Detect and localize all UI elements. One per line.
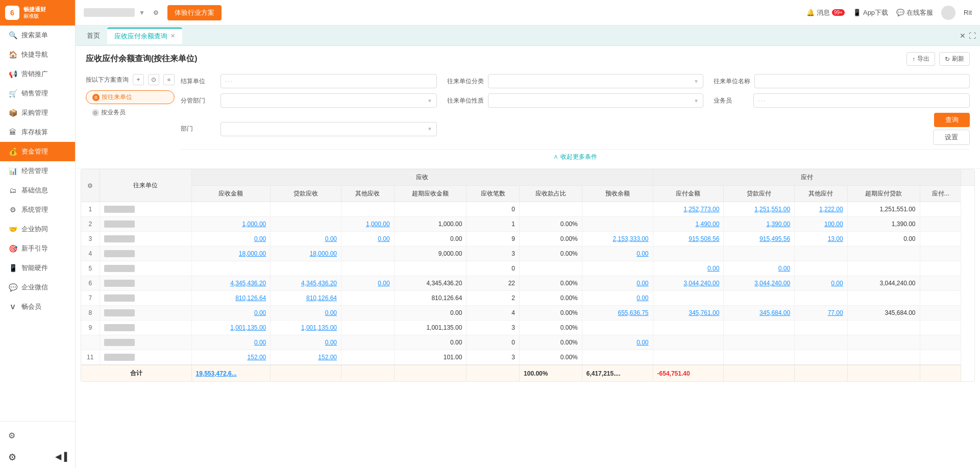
user-avatar[interactable]	[941, 6, 955, 20]
content-area: 应收应付余额查询(按往来单位) ↑ 导出 ↻ 刷新 按以下方案查询	[76, 46, 980, 468]
cell-partner	[100, 306, 191, 321]
cell-rec-ratio: 0.00%	[520, 335, 582, 350]
wechat-icon: 💬	[8, 283, 17, 292]
sidebar-collapse-btn[interactable]: ◀▐	[55, 452, 67, 463]
sidebar-item-system[interactable]: ⚙ 系统管理	[0, 200, 75, 219]
online-service-btn[interactable]: 💬 在线客服	[896, 8, 933, 17]
th-loan-pay: 贷款应付	[724, 186, 795, 202]
sidebar-item-inventory[interactable]: 🏛 库存核算	[0, 122, 75, 142]
cell-other-pay: 1,222.00	[795, 202, 848, 217]
th-extra	[961, 169, 974, 186]
company-name: 公司名称	[84, 8, 135, 17]
collapse-bar[interactable]: ∧ 收起更多条件	[181, 149, 970, 164]
download-icon: 📱	[853, 9, 861, 16]
purchase-icon: 📦	[8, 108, 17, 117]
sidebar-settings-btn[interactable]: ⚙	[8, 452, 16, 463]
app-download-btn[interactable]: 📱 App下载	[853, 8, 888, 17]
cell-loan-pay	[724, 291, 795, 306]
sidebar-item-finance[interactable]: 💰 资金管理	[0, 142, 75, 161]
cell-pay-suf	[920, 335, 961, 350]
filter-option-by-unit[interactable]: B 按往来单位	[86, 90, 175, 104]
add-filter-icon[interactable]: +	[133, 74, 144, 85]
cell-overdue-rec: 1,001,135.00	[394, 321, 467, 335]
sidebar-item-member[interactable]: V 畅会员	[0, 297, 75, 316]
cell-other-pay: 77.00	[795, 306, 848, 321]
cell-adv-bal: 0.00	[582, 247, 653, 261]
settlement-unit-input[interactable]: ···	[220, 74, 437, 88]
sidebar-item-business[interactable]: 📊 经营管理	[0, 161, 75, 181]
unit-nature-input[interactable]: ▼	[488, 93, 703, 108]
cell-rec-ratio: 0.00%	[520, 350, 582, 365]
dept-head-input[interactable]: ▼	[220, 93, 437, 108]
sidebar-item-basic[interactable]: 🗂 基础信息	[0, 181, 75, 200]
footer-rec-count	[467, 365, 520, 381]
footer-rec-ratio: 100.00%	[520, 365, 582, 381]
cell-other-pay: 0.00	[795, 276, 848, 291]
export-icon: ↑	[912, 56, 915, 63]
sidebar-item-quick-nav[interactable]: 🏠 快捷导航	[0, 45, 75, 64]
sidebar-item-marketing[interactable]: 📢 营销推广	[0, 64, 75, 84]
logo-icon: 6	[5, 6, 19, 20]
cell-pay-amt: 3,044,240.00	[653, 276, 724, 291]
footer-rec-amt: 19,553,472,6...	[191, 365, 271, 381]
table-row: 5 0 0.00 0.00	[81, 261, 974, 276]
by-unit-icon: B	[92, 94, 100, 101]
query-button[interactable]: 查询	[934, 113, 970, 127]
app-logo: 6 畅捷通财 标准版	[0, 0, 75, 26]
tab-close-window-icon[interactable]: ✕	[960, 32, 966, 40]
tab-receivable[interactable]: 应收应付余额查询 ✕	[107, 28, 182, 44]
collapse-filter-icon[interactable]: «	[163, 74, 175, 85]
tab-home[interactable]: 首页	[80, 28, 107, 43]
dropdown-icon[interactable]: ▼	[139, 9, 145, 16]
by-staff-icon: ⊙	[92, 109, 99, 116]
cell-adv-bal	[582, 350, 653, 365]
export-button[interactable]: ↑ 导出	[906, 52, 935, 66]
tab-close-icon[interactable]: ✕	[170, 33, 175, 39]
salesperson-input[interactable]: ···	[753, 93, 970, 108]
cell-rec-count: 3	[467, 321, 520, 335]
notifications-btn[interactable]: 🔔 消息 99+	[806, 8, 845, 17]
cell-num: 5	[81, 261, 100, 276]
sidebar-footer-settings[interactable]: ⚙	[0, 427, 75, 445]
cell-adv-bal: 0.00	[582, 335, 653, 350]
cell-partner	[100, 276, 191, 291]
th-pay-amt: 应付金额	[653, 186, 724, 202]
th-rec-ratio: 应收款占比	[520, 186, 582, 202]
setting-button[interactable]: 设置	[933, 130, 970, 145]
cell-rec-amt: 18,000.00	[191, 247, 271, 261]
refresh-button[interactable]: ↻ 刷新	[939, 52, 970, 66]
cell-loan-pay: 345,684.00	[724, 306, 795, 321]
tab-maximize-icon[interactable]: ⛶	[969, 32, 976, 40]
sidebar-item-purchase[interactable]: 📦 采购管理	[0, 103, 75, 122]
filter-settlement-unit: 结算单位 ···	[181, 74, 437, 88]
filter-option-by-staff[interactable]: ⊙ 按业务员	[86, 106, 175, 119]
table-row: 2 1,000.00 1,000.00 1,000.00 1 0.00% 1,4…	[81, 217, 974, 232]
footer-overdue-rec	[394, 365, 467, 381]
cell-rec-ratio: 0.00%	[520, 217, 582, 232]
cell-other-pay: 100.00	[795, 217, 848, 232]
sidebar-item-smart[interactable]: 📱 智能硬件	[0, 258, 75, 278]
promo-button[interactable]: 体验行业方案	[167, 5, 222, 20]
sidebar-item-wechat[interactable]: 💬 企业微信	[0, 278, 75, 297]
cell-rec-ratio: 0.00%	[520, 276, 582, 291]
sidebar-item-search-menu[interactable]: 🔍 搜索菜单	[0, 26, 75, 45]
user-name: Rit	[964, 9, 972, 16]
table-settings-icon[interactable]: ⚙	[87, 182, 93, 189]
cell-loan-rec: 1,001,135.00	[271, 321, 341, 335]
settings-filter-icon[interactable]: ⊙	[148, 74, 159, 85]
cell-loan-pay: 1,390.00	[724, 217, 795, 232]
gear-settings-icon[interactable]: ⚙	[149, 6, 163, 20]
cell-rec-ratio: 0.00%	[520, 306, 582, 321]
cell-num: 1	[81, 202, 100, 217]
unit-category-input[interactable]: ▼	[488, 74, 703, 88]
sidebar-item-guide[interactable]: 🎯 新手引导	[0, 239, 75, 258]
sidebar-item-sales[interactable]: 🛒 销售管理	[0, 84, 75, 103]
sidebar-item-enterprise[interactable]: 🤝 企业协同	[0, 219, 75, 239]
unit-name-input[interactable]	[754, 74, 970, 88]
footer-overdue-pay	[847, 365, 920, 381]
dept-input[interactable]: ▼	[220, 122, 437, 136]
th-other-pay: 其他应付	[795, 186, 848, 202]
cell-num: 3	[81, 232, 100, 247]
smart-icon: 📱	[8, 263, 17, 273]
cell-overdue-pay	[847, 321, 920, 335]
